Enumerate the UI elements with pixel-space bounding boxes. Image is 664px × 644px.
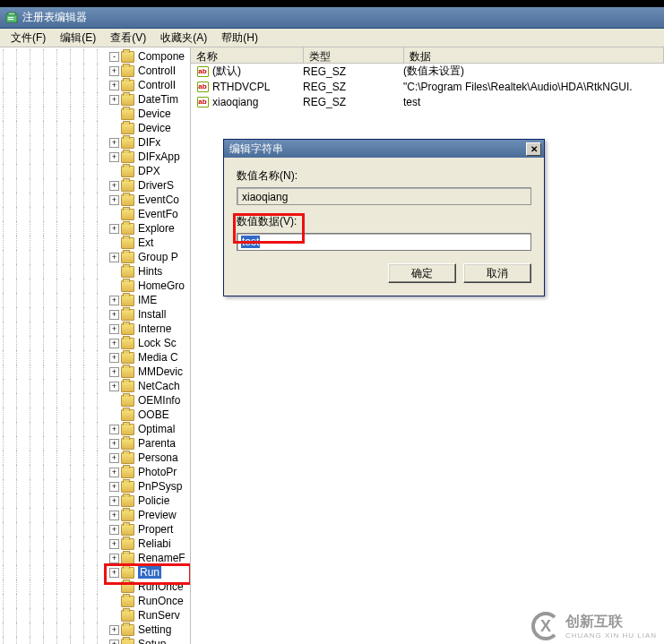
expand-icon[interactable]: + <box>109 152 119 162</box>
tree-item-runonce[interactable]: +RunOnce <box>0 594 190 608</box>
tree-item-preview[interactable]: +Preview <box>0 508 190 522</box>
tree-item-setup[interactable]: +Setup <box>0 637 190 644</box>
tree-item-device[interactable]: +Device <box>0 107 190 121</box>
tree-item-explore[interactable]: +Explore <box>0 221 190 236</box>
tree-item-eventfo[interactable]: +EventFo <box>0 207 190 221</box>
expand-icon[interactable]: + <box>109 310 119 320</box>
expand-icon[interactable]: + <box>109 468 119 477</box>
folder-icon <box>121 223 134 235</box>
tree-item-parenta[interactable]: +Parenta <box>0 436 190 451</box>
expand-icon[interactable]: + <box>109 539 119 549</box>
close-icon[interactable]: ✕ <box>526 142 541 156</box>
tree-item-difx[interactable]: +DIFx <box>0 135 190 150</box>
expand-icon[interactable]: + <box>109 640 119 645</box>
expand-icon[interactable]: + <box>109 568 119 578</box>
tree-item-persona[interactable]: +Persona <box>0 451 190 465</box>
header-type[interactable]: 类型 <box>304 47 404 63</box>
header-name[interactable]: 名称 <box>191 47 304 63</box>
tree-item-propert[interactable]: +Propert <box>0 522 190 537</box>
expand-icon[interactable]: + <box>109 181 119 191</box>
tree-item-setting[interactable]: +Setting <box>0 623 190 637</box>
tree-item-device[interactable]: +Device <box>0 121 190 135</box>
expand-icon[interactable]: + <box>109 138 119 148</box>
menu-edit[interactable]: 编辑(E) <box>53 29 103 47</box>
tree-item-controli[interactable]: +ControlI <box>0 78 190 92</box>
menu-file[interactable]: 文件(F) <box>4 29 53 47</box>
expand-icon[interactable]: + <box>109 66 119 76</box>
value-row[interactable]: abRTHDVCPLREG_SZ"C:\Program Files\Realte… <box>191 79 664 94</box>
tree-item-drivers[interactable]: +DriverS <box>0 178 190 193</box>
folder-icon <box>121 137 134 149</box>
tree-item-reliabi[interactable]: +Reliabi <box>0 537 190 551</box>
expand-icon[interactable]: + <box>109 253 119 262</box>
expand-icon[interactable]: + <box>109 554 119 563</box>
menu-favorites[interactable]: 收藏夹(A) <box>153 29 214 47</box>
expand-icon[interactable]: + <box>109 511 119 520</box>
ok-button[interactable]: 确定 <box>388 263 456 283</box>
tree-item-label: Lock Sc <box>138 337 177 349</box>
tree-item-label: IME <box>138 294 157 306</box>
value-row[interactable]: ab(默认)REG_SZ(数值未设置) <box>191 64 664 79</box>
expand-icon[interactable]: + <box>109 453 119 463</box>
tree-item-compone[interactable]: -Compone <box>0 49 190 64</box>
tree-item-renamef[interactable]: +RenameF <box>0 551 190 565</box>
expand-icon[interactable]: + <box>109 625 119 635</box>
expand-icon[interactable]: + <box>109 296 119 305</box>
tree-item-runonce[interactable]: +RunOnce <box>0 580 190 594</box>
tree-item-label: EventFo <box>138 208 178 220</box>
tree-item-eventco[interactable]: +EventCo <box>0 193 190 207</box>
tree-item-install[interactable]: +Install <box>0 307 190 322</box>
menu-help[interactable]: 帮助(H) <box>214 29 265 47</box>
expand-icon[interactable]: - <box>109 52 119 62</box>
tree-item-runserv[interactable]: +RunServ <box>0 608 190 623</box>
tree-item-hints[interactable]: +Hints <box>0 264 190 279</box>
tree-item-datetim[interactable]: +DateTim <box>0 92 190 107</box>
tree-item-mmdevic[interactable]: +MMDevic <box>0 365 190 379</box>
expand-icon[interactable]: + <box>109 425 119 434</box>
tree-item-ext[interactable]: +Ext <box>0 236 190 250</box>
expand-icon[interactable]: + <box>109 339 119 348</box>
folder-icon <box>121 51 134 63</box>
tree-item-optimal[interactable]: +Optimal <box>0 422 190 436</box>
string-value-icon: ab <box>195 96 210 108</box>
expand-icon[interactable]: + <box>109 81 119 90</box>
tree-item-controli[interactable]: +ControlI <box>0 64 190 78</box>
expand-icon[interactable]: + <box>109 95 119 105</box>
expand-icon[interactable]: + <box>109 353 119 363</box>
tree-item-run[interactable]: +Run <box>0 565 190 580</box>
cancel-button[interactable]: 取消 <box>463 263 531 283</box>
data-input[interactable]: test <box>237 233 531 251</box>
value-row[interactable]: abxiaoqiangREG_SZtest <box>191 94 664 109</box>
folder-icon <box>121 352 134 364</box>
tree-item-locksc[interactable]: +Lock Sc <box>0 336 190 350</box>
tree-item-groupp[interactable]: +Group P <box>0 250 190 264</box>
tree-item-oobe[interactable]: +OOBE <box>0 408 190 422</box>
list-pane[interactable]: 名称 类型 数据 ab(默认)REG_SZ(数值未设置)abRTHDVCPLRE… <box>191 47 664 644</box>
tree-item-pnpsysp[interactable]: +PnPSysp <box>0 479 190 494</box>
tree-item-label: Device <box>138 122 171 134</box>
expand-icon[interactable]: + <box>109 382 119 391</box>
tree-item-photopr[interactable]: +PhotoPr <box>0 465 190 479</box>
header-data[interactable]: 数据 <box>404 47 664 63</box>
folder-icon <box>121 481 134 493</box>
tree-item-interne[interactable]: +Interne <box>0 322 190 336</box>
tree-item-netcach[interactable]: +NetCach <box>0 379 190 393</box>
tree-item-difxapp[interactable]: +DIFxApp <box>0 150 190 164</box>
expand-icon[interactable]: + <box>109 439 119 449</box>
expand-icon[interactable]: + <box>109 367 119 377</box>
tree-pane[interactable]: -Compone+ControlI+ControlI+DateTim+Devic… <box>0 47 191 644</box>
expand-icon[interactable]: + <box>109 324 119 334</box>
tree-item-homegro[interactable]: +HomeGro <box>0 279 190 293</box>
menu-view[interactable]: 查看(V) <box>103 29 153 47</box>
window-title-bar: 注册表编辑器 <box>0 7 664 29</box>
expand-icon[interactable]: + <box>109 224 119 234</box>
tree-item-mediac[interactable]: +Media C <box>0 350 190 365</box>
expand-icon[interactable]: + <box>109 482 119 492</box>
expand-icon[interactable]: + <box>109 496 119 506</box>
tree-item-ime[interactable]: +IME <box>0 293 190 307</box>
expand-icon[interactable]: + <box>109 525 119 535</box>
tree-item-dpx[interactable]: +DPX <box>0 164 190 178</box>
expand-icon[interactable]: + <box>109 195 119 205</box>
tree-item-oeminfo[interactable]: +OEMInfo <box>0 393 190 408</box>
tree-item-policie[interactable]: +Policie <box>0 494 190 508</box>
